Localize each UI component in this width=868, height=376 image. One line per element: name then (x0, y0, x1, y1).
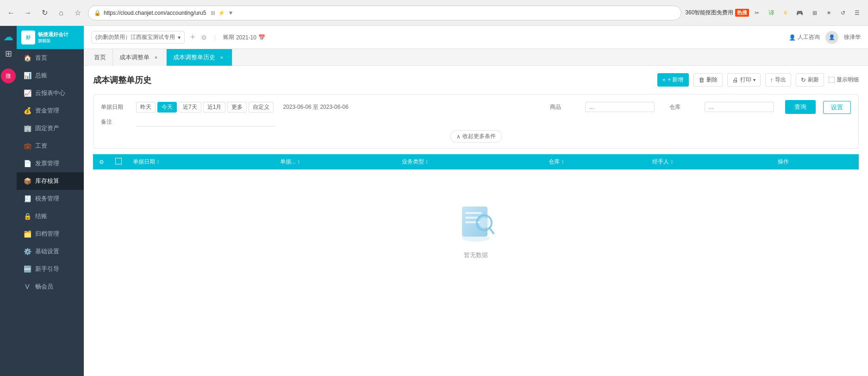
remark-input[interactable] (136, 118, 275, 126)
user-avatar[interactable]: 👤 (825, 31, 838, 44)
game-button[interactable]: 🎮 (793, 8, 807, 18)
tab-cost-adjust-history[interactable]: 成本调整单历史 × (167, 49, 232, 66)
svg-rect-3 (465, 212, 481, 214)
toolbar-actions: + + 新增 🗑 删除 🖨 打印 ▾ ↑ 导出 (657, 73, 859, 87)
sidebar-item-guide[interactable]: 🆕 新手引导 (17, 260, 84, 278)
customer-service-button[interactable]: 👤 人工咨询 (789, 33, 820, 41)
col-operator: 经手人 ↕ (647, 154, 772, 169)
operator-sort-icon[interactable]: ↕ (670, 158, 673, 165)
sidebar-item-vip[interactable]: V 畅会员 (17, 278, 84, 295)
add-account-button[interactable]: + (190, 32, 195, 42)
goods-filter-label: 商品 (550, 103, 578, 111)
col-biz-type: 业务类型 ↕ (396, 154, 543, 169)
number-sort-icon[interactable]: ↕ (297, 158, 300, 165)
warehouse-select[interactable]: ... (705, 102, 774, 112)
address-bar[interactable]: 🔒 https://cloud.chanjet.com/accounting/u… (88, 6, 681, 20)
sidebar-item-payroll[interactable]: 💼 工资 (17, 137, 84, 155)
dropdown-icon[interactable]: ▼ (228, 10, 233, 16)
print-icon: 🖨 (732, 76, 738, 83)
settings-gear-button[interactable]: ⚙ (201, 34, 207, 41)
last7days-btn[interactable]: 近7天 (179, 102, 201, 113)
icon-bar-weibo[interactable]: 微 (1, 69, 16, 83)
fixed-assets-icon: 🏢 (23, 125, 31, 132)
sidebar-item-inventory[interactable]: 📦 库存核算 (17, 172, 84, 190)
sidebar-item-funds[interactable]: 💰 资金管理 (17, 102, 84, 119)
query-button[interactable]: 查询 (785, 100, 816, 114)
tab-cost-adjust-close[interactable]: × (152, 54, 160, 61)
sidebar-item-tax[interactable]: 🧾 税务管理 (17, 190, 84, 207)
col-action: 操作 (772, 154, 859, 169)
delete-button[interactable]: 🗑 删除 (693, 73, 723, 87)
export-label: 导出 (775, 76, 786, 84)
col-check[interactable] (110, 154, 127, 169)
sidebar-item-settings[interactable]: ⚙️ 基础设置 (17, 243, 84, 260)
menu-button[interactable]: ☰ (851, 8, 863, 18)
filter-row-date: 单据日期 昨天 今天 近7天 近1月 更多 自定义 2023-06-06 至 2… (101, 100, 851, 114)
empty-state-text: 暂无数据 (464, 251, 488, 259)
page-title-row: 成本调整单历史 + + 新增 🗑 删除 🖨 打印 ▾ (93, 73, 859, 87)
scissors-button[interactable]: ✂ (751, 8, 763, 18)
browser-chrome: ← → ↻ ⌂ ☆ 🔒 https://cloud.chanjet.com/ac… (0, 0, 868, 26)
display-cols-toggle[interactable]: 显示明细 (829, 76, 859, 84)
export-button[interactable]: ↑ 导出 (765, 73, 792, 87)
date-quick-buttons: 昨天 今天 近7天 近1月 更多 自定义 (136, 102, 274, 113)
col-action-label: 操作 (778, 158, 789, 165)
date-sort-icon[interactable]: ↕ (156, 158, 159, 165)
gear-icon[interactable]: ⚙ (99, 159, 104, 165)
undo-button[interactable]: ↺ (837, 8, 849, 18)
icon-bar: ☁ ⊞ 微 (0, 26, 17, 376)
sidebar: 好 畅捷通好会计 旗舰版 🏠 首页 📊 总账 📈 云报表中心 💰 资金管理 (17, 26, 84, 376)
biz-type-sort-icon[interactable]: ↕ (425, 158, 428, 165)
col-gear[interactable]: ⚙ (93, 154, 110, 169)
tab-cost-adjust-history-close[interactable]: × (218, 54, 225, 61)
icon-bar-cloud[interactable]: ☁ (1, 30, 16, 44)
back-button[interactable]: ← (5, 6, 18, 19)
period-value: 2021-10 (236, 34, 256, 41)
sidebar-item-general[interactable]: 📊 总账 (17, 67, 84, 84)
sidebar-label-inventory: 库存核算 (35, 177, 59, 185)
sidebar-item-invoice[interactable]: 📄 发票管理 (17, 155, 84, 172)
warehouse-sort-icon[interactable]: ↕ (561, 158, 564, 165)
hot-search-text[interactable]: 360智能抠图免费用 (685, 9, 733, 17)
header-right: 👤 人工咨询 👤 徐泽华 (789, 31, 861, 44)
sidebar-label-funds: 资金管理 (35, 107, 59, 115)
today-btn[interactable]: 今天 (157, 102, 177, 113)
home-browser-button[interactable]: ⌂ (55, 6, 68, 19)
refresh-button[interactable]: ↻ 刷新 (796, 73, 824, 87)
account-selector[interactable]: (勿删勿禁用）江西服宝测试专用 ▾ (91, 31, 185, 44)
print-dropdown-icon[interactable]: ▾ (753, 77, 756, 82)
service-label: 人工咨询 (798, 33, 820, 41)
coin-button[interactable]: ¥ (780, 8, 791, 18)
goods-select[interactable]: ... (585, 102, 655, 112)
tab-cost-adjust[interactable]: 成本调整单 × (113, 49, 167, 66)
goods-ellipsis: ... (589, 104, 594, 110)
last1month-btn[interactable]: 近1月 (203, 102, 226, 113)
col-number: 单据... ↕ (275, 154, 396, 169)
sidebar-item-fixed-assets[interactable]: 🏢 固定资产 (17, 119, 84, 137)
yesterday-btn[interactable]: 昨天 (136, 102, 156, 113)
icon-bar-home[interactable]: ⊞ (1, 46, 16, 61)
translate-button[interactable]: 译 (765, 7, 778, 19)
display-cols-checkbox[interactable] (829, 77, 835, 83)
sidebar-item-reports[interactable]: 📈 云报表中心 (17, 84, 84, 102)
sidebar-item-archive[interactable]: 🗂️ 归档管理 (17, 225, 84, 243)
filter-settings-button[interactable]: 设置 (823, 101, 851, 114)
grid-button[interactable]: ⊞ (809, 8, 821, 18)
brightness-button[interactable]: ☀ (823, 8, 835, 18)
refresh-button[interactable]: ↻ (38, 6, 51, 19)
collapse-button[interactable]: ∧ 收起更多条件 (450, 130, 502, 143)
bookmark-button[interactable]: ☆ (71, 6, 84, 19)
app-container: ☁ ⊞ 微 好 畅捷通好会计 旗舰版 🏠 首页 📊 总账 📈 云报表中心 (0, 26, 868, 376)
table-body: 暂无数据 (93, 169, 859, 287)
filter-row-remark: 备注 (101, 118, 851, 126)
sidebar-item-closing[interactable]: 🔒 结账 (17, 207, 84, 225)
print-button[interactable]: 🖨 打印 ▾ (727, 73, 761, 87)
select-all-checkbox[interactable] (115, 158, 122, 164)
forward-button[interactable]: → (21, 6, 34, 19)
calendar-icon[interactable]: 📅 (258, 34, 265, 41)
new-button[interactable]: + + 新增 (657, 73, 689, 87)
sidebar-item-home[interactable]: 🏠 首页 (17, 49, 84, 67)
more-btn[interactable]: 更多 (227, 102, 247, 113)
custom-btn[interactable]: 自定义 (249, 102, 274, 113)
tab-home[interactable]: 首页 (87, 49, 113, 66)
